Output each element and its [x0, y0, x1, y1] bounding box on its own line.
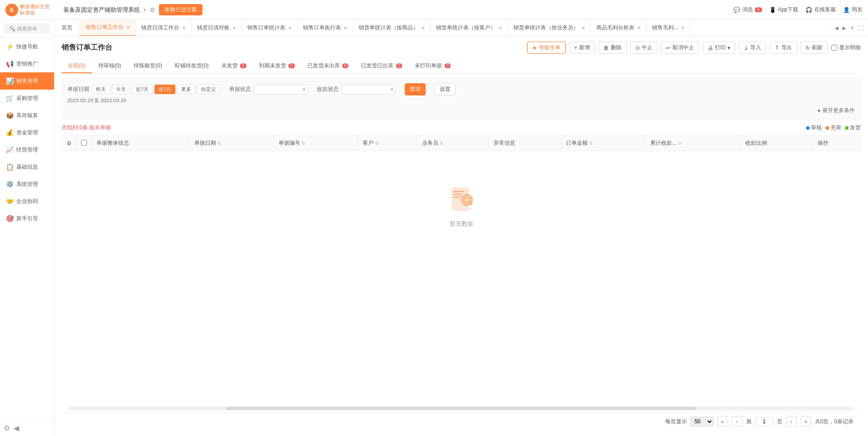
th-staff[interactable]: 业务员⇅	[417, 136, 489, 151]
delete-btn[interactable]: 🗑 删除	[599, 42, 627, 54]
sub-tab-shipped-not-out[interactable]: 已发货未出库 0	[301, 59, 355, 73]
tab-sales-stats-customer[interactable]: 销货单统计表（按客户） ✕	[431, 20, 508, 36]
close-icon[interactable]: ✕	[344, 25, 347, 30]
page-next-btn[interactable]: ›	[786, 416, 797, 427]
sub-tab-not-printed[interactable]: 未打印单据 0	[408, 59, 457, 73]
close-icon[interactable]: ✕	[421, 25, 425, 30]
search-menu-btn[interactable]: 🔍 搜索菜单	[0, 20, 54, 38]
show-detail-checkbox[interactable]: 显示明细	[831, 44, 861, 52]
unreviewed-action-btn[interactable]: 充审	[825, 124, 841, 132]
th-cumulative[interactable]: 累计收款...⇅	[646, 136, 740, 151]
close-icon[interactable]: ✕	[499, 25, 502, 30]
tab-cash-daily[interactable]: 钱货日清工作台 ✕	[136, 20, 192, 36]
sub-tab-pending-inspect[interactable]: 待拣验货(0)	[127, 59, 168, 73]
tab-sales-stats-staff[interactable]: 销货单统计表（按业务员） ✕	[508, 20, 591, 36]
collapse-icon[interactable]: ◀	[14, 424, 19, 432]
tab-sales-order-exec[interactable]: 销售订单执行表 ✕	[297, 20, 353, 36]
tab-sales-order-workbench[interactable]: 销售订单工作台 ✕	[80, 20, 136, 36]
close-icon[interactable]: ✕	[126, 25, 130, 30]
date-btn-more[interactable]: 更多	[177, 85, 195, 94]
th-settings[interactable]: ⚙	[62, 136, 77, 151]
date-btn-today[interactable]: 今天	[112, 85, 130, 94]
close-icon[interactable]: ✕	[182, 25, 186, 30]
horizontal-scrollbar-track[interactable]	[69, 407, 854, 410]
close-icon[interactable]: ✕	[232, 25, 236, 30]
payment-select[interactable]	[341, 85, 396, 95]
gear-icon[interactable]: ⚙	[149, 6, 155, 14]
add-btn[interactable]: + 新增	[569, 42, 595, 54]
tab-margin-analysis[interactable]: 商品毛利分析表 ✕	[591, 20, 647, 36]
sidebar-item-sales[interactable]: 📊 销售管理	[0, 72, 54, 90]
online-service-btn[interactable]: 🎧 在线客服	[806, 6, 836, 14]
page-size-select[interactable]: 20 50 100	[691, 417, 714, 427]
page-number-input[interactable]	[755, 417, 773, 426]
sub-tab-wangpu-pending[interactable]: 旺铺待发货(0)	[168, 59, 215, 73]
dropdown-arrow-icon[interactable]: ▾	[144, 7, 146, 12]
import-btn[interactable]: ⤓ 导入	[739, 42, 766, 54]
tab-sales-margin[interactable]: 销售毛利... ✕	[647, 20, 691, 36]
date-btn-yesterday[interactable]: 昨天	[92, 85, 110, 94]
sidebar-item-basic-info[interactable]: 📋 基础信息	[0, 158, 54, 175]
close-icon[interactable]: ✕	[681, 25, 685, 30]
settings-icon[interactable]: ⚙	[67, 140, 72, 147]
th-date[interactable]: 单据日期⇅	[190, 136, 274, 151]
sidebar-item-quick-nav[interactable]: ⚡ 快捷导航	[0, 38, 54, 55]
settings-bottom-icon[interactable]: ⚙	[4, 424, 10, 432]
sub-tab-shipped-out[interactable]: 已发货已出库 0	[355, 59, 408, 73]
search-btn[interactable]: 查询	[405, 83, 426, 95]
tab-sales-stats-product[interactable]: 销货单统计表（按商品） ✕	[353, 20, 431, 36]
status-select[interactable]	[254, 85, 308, 95]
page-first-btn[interactable]: «	[717, 416, 728, 427]
date-btn-1month[interactable]: 近1月	[154, 85, 175, 94]
sidebar-item-cooperation[interactable]: 🤝 企业协同	[0, 193, 54, 210]
refresh-btn[interactable]: ↻ 刷新	[801, 42, 828, 54]
close-icon[interactable]: ✕	[637, 25, 641, 30]
tab-sales-order-stats[interactable]: 销售订单统计表 ✕	[242, 20, 297, 36]
table-scroll[interactable]: ⚙ 单据整体状态 单据日期⇅	[62, 135, 861, 405]
th-customer[interactable]: 客户⇅	[358, 136, 417, 151]
sidebar-item-finance[interactable]: 💰 资金管理	[0, 124, 54, 141]
close-icon[interactable]: ✕	[581, 25, 585, 30]
tab-prev-icon[interactable]: ◀	[833, 25, 840, 31]
settings-filter-btn[interactable]: 设置	[435, 83, 456, 95]
cancel-stop-btn[interactable]: ↩ 取消中止	[661, 42, 699, 54]
sub-tab-not-shipped[interactable]: 未发货 0	[215, 59, 253, 73]
sidebar-item-operations[interactable]: 📈 经营管理	[0, 141, 54, 158]
show-detail-input[interactable]	[831, 45, 837, 51]
sidebar-item-inventory[interactable]: 📦 库存核算	[0, 107, 54, 124]
th-amount[interactable]: 订单金额⇅	[561, 136, 646, 151]
th-checkbox[interactable]	[77, 136, 92, 151]
tab-maximize-icon[interactable]: ⛶	[856, 25, 865, 31]
tab-close-all-icon[interactable]: ✕	[848, 25, 856, 31]
expand-filter-btn[interactable]: ▾ 展开更多条件	[818, 107, 855, 114]
sort-date-icon: ⇅	[217, 141, 221, 146]
stop-btn[interactable]: ⊙ 中止	[630, 42, 657, 54]
page-prev-btn[interactable]: ‹	[732, 416, 743, 427]
app-download-btn[interactable]: 📱 App下载	[769, 6, 798, 14]
close-icon[interactable]: ✕	[288, 25, 292, 30]
sidebar-item-system[interactable]: ⚙️ 系统管理	[0, 175, 54, 193]
page-last-btn[interactable]: »	[801, 416, 811, 427]
review-action-btn[interactable]: 审核	[806, 124, 822, 132]
export-btn[interactable]: ⤒ 导出	[770, 42, 797, 54]
select-all-checkbox[interactable]	[81, 140, 87, 146]
sub-tab-overdue-not-shipped[interactable]: 到期未发货 0	[253, 59, 301, 73]
sub-tab-pending-review[interactable]: 待审核(0)	[92, 59, 128, 73]
print-btn[interactable]: 🖨 打印 ▾	[703, 42, 735, 54]
tab-next-icon[interactable]: ▶	[840, 25, 848, 31]
user-btn[interactable]: 👤 用友	[843, 6, 863, 14]
message-btn[interactable]: 💬 消息 6	[734, 6, 762, 14]
sidebar-item-marketing[interactable]: 📢 营销推广	[0, 55, 54, 72]
sidebar-item-newbie[interactable]: 🎯 新手引导	[0, 210, 54, 227]
ship-action-btn[interactable]: 发货	[845, 124, 861, 132]
date-btn-7days[interactable]: 近7天	[132, 85, 153, 94]
tab-cash-reconcile[interactable]: 钱货日清对账 ✕	[192, 20, 242, 36]
th-number[interactable]: 单据编号⇅	[274, 136, 358, 151]
sub-tab-all[interactable]: 全部(0)	[62, 59, 92, 73]
horizontal-scrollbar-thumb[interactable]	[226, 407, 697, 410]
industry-btn[interactable]: 体验行业方案	[159, 4, 202, 15]
smart-generate-btn[interactable]: ★ 智能生单	[527, 42, 566, 54]
date-btn-custom[interactable]: 自定义	[197, 85, 220, 94]
tab-home[interactable]: 首页	[54, 20, 80, 36]
sidebar-item-purchase[interactable]: 🛒 采购管理	[0, 90, 54, 107]
